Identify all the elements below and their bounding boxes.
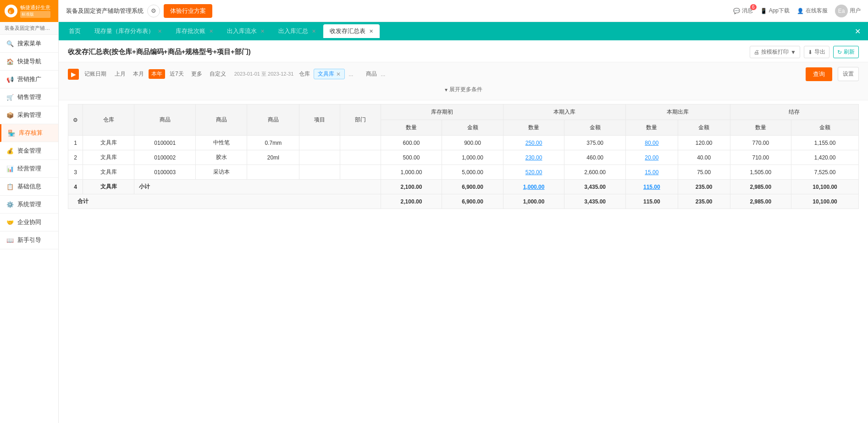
sidebar-item-quicknav[interactable]: 🏠 快捷导航 [0, 53, 58, 71]
row-close-amt: 1,420.00 [791, 150, 859, 165]
row-in-qty[interactable]: 230.00 [503, 150, 564, 165]
row-project [299, 150, 340, 165]
col-header-name: 商品 [195, 104, 247, 136]
sidebar-item-inventory[interactable]: 🏪 库存核算 [0, 124, 58, 142]
col-sub-open-amt: 金额 [442, 120, 503, 136]
subtotal-warehouse: 文具库 [83, 180, 134, 194]
tab-inout-flow-close[interactable]: ✕ [260, 28, 265, 34]
sidebar-item-marketing[interactable]: 📢 营销推广 [0, 71, 58, 88]
row-open-qty: 600.00 [381, 136, 442, 150]
tab-bar-close-button[interactable]: ✕ [851, 27, 864, 36]
sidebar-item-enterprise[interactable]: 🤝 企业协同 [0, 214, 58, 231]
row-code: 0100002 [134, 150, 196, 165]
app-name: 畅捷通好生意 [20, 4, 50, 11]
app-download-button[interactable]: 📱 App下载 [760, 7, 790, 15]
row-out-qty[interactable]: 15.00 [625, 165, 678, 180]
subtotal-in-qty: 1,000.00 [503, 180, 564, 194]
refresh-button[interactable]: ↻ 刷新 [833, 46, 859, 58]
print-label: 按模板打印 [761, 48, 789, 56]
row-in-qty[interactable]: 520.00 [503, 165, 564, 180]
row-warehouse: 文具库 [83, 150, 134, 165]
sidebar-item-label: 基础信息 [17, 182, 41, 191]
warehouse-more-button[interactable]: ... [348, 71, 353, 77]
expand-conditions-button[interactable]: ▾ 展开更多条件 [445, 84, 482, 95]
date-this-year[interactable]: 本年 [149, 69, 165, 79]
online-service-label: 在线客服 [806, 7, 828, 15]
tab-inout-summary-close[interactable]: ✕ [312, 28, 316, 34]
total-row: 合计 2,100.00 6,900.00 1,000.00 3,435.00 1… [68, 194, 859, 209]
col-sub-out-amt: 金额 [678, 120, 730, 136]
tab-batch-ledger-label: 库存批次账 [176, 27, 205, 35]
date-more[interactable]: 更多 [188, 69, 205, 79]
sidebar-item-label: 快捷导航 [17, 57, 41, 66]
svg-text:6: 6 [9, 10, 11, 14]
tab-receive-summary[interactable]: 收发存汇总表 ✕ [323, 24, 380, 38]
home-icon: 🏠 [6, 58, 14, 65]
warehouse-tag-close[interactable]: ✕ [336, 71, 341, 77]
row-out-qty[interactable]: 20.00 [625, 150, 678, 165]
row-close-amt: 7,525.00 [791, 165, 859, 180]
table-row: 1 文具库 0100001 中性笔 0.7mm 600.00 900.00 25… [68, 136, 859, 150]
tab-stock-dist-label: 现存量（库存分布表） [94, 27, 154, 35]
sidebar-item-search[interactable]: 🔍 搜索菜单 [0, 35, 58, 53]
table-settings-col[interactable]: ⚙ [68, 104, 83, 136]
subtotal-in-amt: 3,435.00 [564, 180, 626, 194]
filter-bar: ▶ 记账日期 上月 本月 本年 近7天 更多 自定义 2023-01-01 至 … [59, 62, 868, 100]
basicinfo-icon: 📋 [6, 183, 14, 190]
sidebar-item-label: 采购管理 [17, 111, 41, 119]
sidebar-item-basicinfo[interactable]: 📋 基础信息 [0, 178, 58, 196]
row-code: 0100001 [134, 136, 196, 150]
col-group-out: 本期出库 [625, 104, 730, 120]
row-close-qty: 710.00 [730, 150, 791, 165]
refresh-label: 刷新 [844, 48, 855, 56]
total-in-amt: 3,435.00 [564, 194, 626, 209]
row-in-amt: 460.00 [564, 150, 626, 165]
row-in-qty[interactable]: 250.00 [503, 136, 564, 150]
date-7days[interactable]: 近7天 [167, 69, 187, 79]
sidebar-item-label: 新手引导 [17, 236, 41, 244]
sidebar-item-finance[interactable]: 💰 资金管理 [0, 142, 58, 160]
tab-stock-dist[interactable]: 现存量（库存分布表） ✕ [88, 24, 168, 38]
print-button[interactable]: 🖨 按模板打印 ▼ [750, 46, 800, 58]
commodity-more-button[interactable]: ... [381, 71, 385, 77]
purchase-icon: 📦 [6, 111, 14, 119]
col-sub-out-qty: 数量 [625, 120, 678, 136]
top-header: 装备及固定资产辅助管理系统 ⚙ 体验行业方案 💬 消息 6 📱 App下载 👤 … [59, 0, 868, 22]
filter-expand-button[interactable]: ▶ [68, 69, 79, 80]
tab-inout-flow[interactable]: 出入库流水 ✕ [221, 24, 271, 38]
data-table: ⚙ 仓库 商品 商品 商品 项目 部门 库存期初 本期入库 本期出库 结存 数量 [68, 104, 859, 209]
user-menu-button[interactable]: Ea 用户 [835, 5, 861, 17]
trial-button[interactable]: 体验行业方案 [164, 4, 212, 18]
expand-conditions-label: 展开更多条件 [449, 86, 482, 93]
row-out-qty[interactable]: 80.00 [625, 136, 678, 150]
date-this-month[interactable]: 本月 [130, 69, 147, 79]
tab-receive-summary-close[interactable]: ✕ [369, 28, 373, 34]
settings-gear-button[interactable]: ⚙ [147, 5, 160, 17]
message-button[interactable]: 💬 消息 6 [733, 7, 753, 15]
sidebar-item-operations[interactable]: 📊 经营管理 [0, 160, 58, 178]
user-label: 用户 [850, 7, 861, 15]
export-button[interactable]: ⬇ 导出 [804, 46, 829, 58]
main-content: 装备及固定资产辅助管理系统 ⚙ 体验行业方案 💬 消息 6 📱 App下载 👤 … [59, 0, 868, 423]
sidebar-item-purchase[interactable]: 📦 采购管理 [0, 106, 58, 124]
tab-stock-dist-close[interactable]: ✕ [158, 28, 162, 34]
filter-settings-button[interactable]: 设置 [838, 67, 859, 81]
table-container: ⚙ 仓库 商品 商品 商品 项目 部门 库存期初 本期入库 本期出库 结存 数量 [59, 100, 868, 218]
sidebar-item-sales[interactable]: 🛒 销售管理 [0, 88, 58, 106]
query-button[interactable]: 查询 [806, 67, 832, 81]
sidebar-item-system[interactable]: ⚙️ 系统管理 [0, 196, 58, 214]
tab-home[interactable]: 首页 [62, 24, 87, 38]
subtotal-open-amt: 6,900.00 [442, 180, 503, 194]
tab-inout-summary[interactable]: 出入库汇总 ✕ [272, 24, 322, 38]
row-close-qty: 1,505.00 [730, 165, 791, 180]
sidebar-item-guide[interactable]: 📖 新手引导 [0, 231, 58, 249]
row-spec: 20ml [247, 150, 299, 165]
tab-batch-ledger[interactable]: 库存批次账 ✕ [169, 24, 220, 38]
sidebar-item-label: 资金管理 [17, 147, 41, 155]
date-custom[interactable]: 自定义 [207, 69, 229, 79]
online-service-button[interactable]: 👤 在线客服 [797, 7, 828, 15]
tab-batch-ledger-close[interactable]: ✕ [209, 28, 213, 34]
enterprise-icon: 🤝 [6, 219, 14, 226]
date-last-month[interactable]: 上月 [112, 69, 128, 79]
chevron-down-icon: ▾ [445, 87, 448, 93]
